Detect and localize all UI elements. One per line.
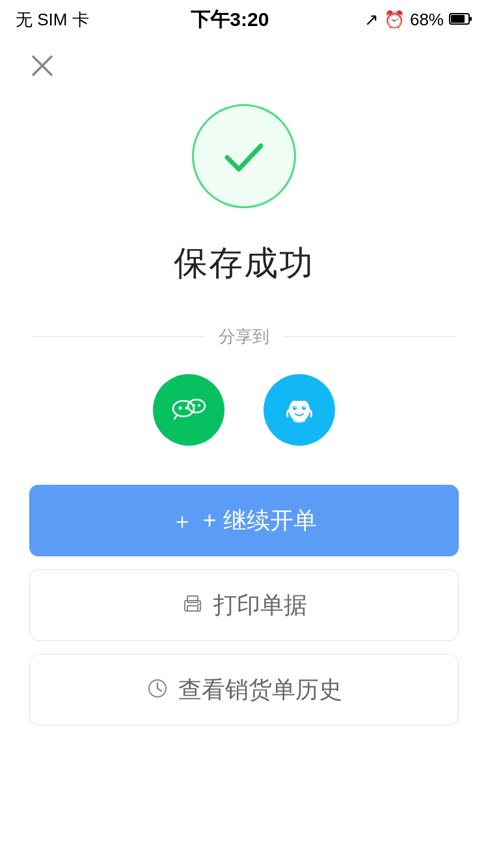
continue-button[interactable]: ＋ + 继续开单 — [29, 485, 459, 556]
history-icon — [146, 677, 169, 703]
svg-rect-19 — [187, 606, 198, 611]
status-time: 下午3:20 — [191, 7, 269, 33]
svg-point-10 — [198, 404, 200, 407]
plus-icon: ＋ — [171, 509, 193, 532]
history-label: 查看销货单历史 — [178, 674, 342, 706]
battery-text: 68% — [410, 10, 444, 30]
status-left: 无 SIM 卡 — [16, 8, 96, 31]
print-icon — [181, 592, 204, 619]
svg-rect-18 — [187, 596, 198, 603]
share-label: 分享到 — [206, 325, 282, 348]
status-bar: 无 SIM 卡 下午3:20 ↗ ⏰ 68% — [0, 0, 488, 39]
print-button[interactable]: 打印单据 — [29, 569, 459, 641]
svg-point-8 — [185, 407, 189, 410]
svg-point-15 — [303, 407, 305, 408]
success-circle — [192, 104, 296, 208]
divider-line-left — [33, 336, 206, 337]
history-button[interactable]: 查看销货单历史 — [29, 654, 459, 726]
print-label: 打印单据 — [213, 590, 307, 621]
svg-rect-2 — [470, 17, 472, 21]
continue-label: + 继续开单 — [202, 505, 316, 537]
alarm-icon: ⏰ — [384, 10, 405, 30]
success-title: 保存成功 — [174, 241, 314, 286]
qq-share-button[interactable] — [264, 374, 335, 446]
close-button[interactable] — [26, 49, 59, 82]
action-buttons: ＋ + 继续开单 打印单据 查看销货单历史 — [29, 485, 459, 726]
main-content: 保存成功 分享到 — [0, 39, 488, 726]
svg-point-16 — [293, 418, 306, 423]
svg-rect-1 — [451, 15, 465, 23]
svg-point-9 — [193, 404, 195, 407]
share-section: 分享到 — [0, 325, 488, 446]
carrier-text: 无 SIM 卡 — [16, 8, 89, 31]
battery-icon — [449, 10, 472, 30]
svg-point-7 — [179, 407, 182, 410]
status-right: ↗ ⏰ 68% — [364, 10, 472, 30]
svg-point-5 — [173, 401, 194, 416]
svg-point-20 — [198, 603, 200, 605]
svg-point-6 — [188, 400, 205, 413]
location-icon: ↗ — [364, 10, 379, 30]
share-icons — [153, 374, 335, 446]
divider-line-right — [282, 336, 455, 337]
svg-point-14 — [294, 407, 295, 408]
share-divider: 分享到 — [0, 325, 488, 348]
wechat-share-button[interactable] — [153, 374, 224, 446]
